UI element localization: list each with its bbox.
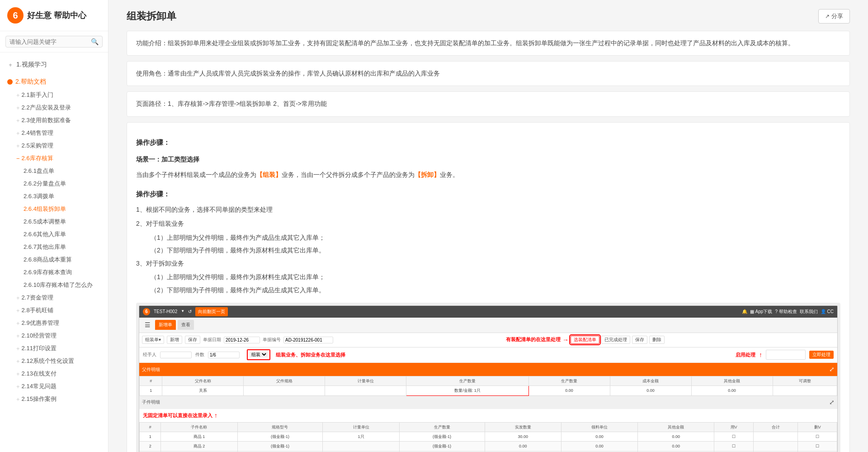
parent-header-icon: ⤢ xyxy=(829,364,835,375)
nav-section-docs: 2.帮助文档 + 2.1新手入门 + 2.2产品安装及登录 + 2.3使用前数据… xyxy=(0,73,108,407)
sidebar-toggle[interactable]: ☰ xyxy=(145,319,151,331)
parent-table-container: # 父件名称 父件规格 计量单位 生产数量 生产数量 成本金额 其他金额 可调整 xyxy=(139,376,837,395)
col-parent-cost: 成本金额 xyxy=(610,376,691,386)
qty-label: 件数 xyxy=(195,351,204,359)
logo-area: 6 好生意 帮助中心 xyxy=(0,0,108,31)
parent-table-header: 父件明细 ⤢ xyxy=(139,363,837,376)
type-select-highlighted: 组装 拆卸 xyxy=(247,349,270,360)
content-header: 组装拆卸单 ↗ 分享 xyxy=(108,0,868,31)
breadcrumb-text: 页面路径：1、库存核算->库存管理->组装拆卸单 2、首页->常用功能 xyxy=(136,100,327,107)
annotation-enable: 启用处理 xyxy=(736,351,755,360)
handler-label: 经手人 xyxy=(143,351,156,359)
sidebar-item-cases[interactable]: + 2.15操作案例 xyxy=(0,393,108,405)
sidebar-item-install[interactable]: + 2.2产品安装及登录 xyxy=(0,101,108,114)
plus-icon-install: + xyxy=(16,105,20,111)
next-btn[interactable]: 向前翻页一页 xyxy=(195,307,228,316)
sidebar-item-finance[interactable]: + 2.7资金管理 xyxy=(0,291,108,304)
share-button[interactable]: ↗ 分享 xyxy=(818,9,850,24)
btn-apply[interactable]: 立即处理 xyxy=(809,351,834,359)
btn-assemble[interactable]: 组装单▾ xyxy=(142,336,164,344)
ccol-no: # xyxy=(140,423,161,432)
sidebar-item-payment[interactable]: + 2.13在线支付 xyxy=(0,367,108,380)
main-content: 组装拆卸单 ↗ 分享 功能介绍：组装拆卸单用来处理企业组装或拆卸等加工业务，支持… xyxy=(108,0,868,452)
form-row: 经手人 件数 组装 拆卸 xyxy=(139,347,837,363)
search-box: 🔍 xyxy=(5,36,103,48)
parent-header-label: 父件明细 xyxy=(142,366,160,374)
sidebar-item-help-docs[interactable]: 2.帮助文档 xyxy=(0,75,108,89)
sidebar-item-purchase[interactable]: + 2.5采购管理 xyxy=(0,139,108,152)
sidebar-label-video: 1.视频学习 xyxy=(16,61,47,69)
assemble-keyword: 【组装】 xyxy=(256,171,282,178)
sidebar-item-2-6-1[interactable]: 2.6.1盘点单 xyxy=(0,165,108,177)
ccol-name: 子件名称 xyxy=(161,423,237,432)
sidebar-item-2-6-9[interactable]: 2.6.9库存账本查询 xyxy=(0,266,108,279)
sidebar-item-print[interactable]: + 2.11打印设置 xyxy=(0,342,108,355)
sidebar-item-2-6-10[interactable]: 2.6.10库存账本错了怎么办 xyxy=(0,279,108,291)
sidebar-item-2-6-3[interactable]: 2.6.3调拨单 xyxy=(0,190,108,203)
sidebar-item-2-6-8[interactable]: 2.6.8商品成本重算 xyxy=(0,253,108,266)
btn-save[interactable]: 保存 xyxy=(185,336,200,344)
annotation-row: 无固定清单可以直接在这里录入 ↑ xyxy=(139,409,837,422)
sidebar-item-beginner[interactable]: + 2.1新手入门 xyxy=(0,89,108,101)
sidebar-item-2-6-7[interactable]: 2.6.7其他出库单 xyxy=(0,241,108,253)
sidebar-item-inventory[interactable]: − 2.6库存核算 xyxy=(0,152,108,165)
operations-block: 操作步骤： 场景一：加工类型选择 当由多个子件材料组装成一个成品的业务为【组装】… xyxy=(127,122,850,452)
form-no-input[interactable] xyxy=(283,337,333,343)
circle-icon xyxy=(7,79,13,85)
sidebar-item-ops[interactable]: + 2.10经营管理 xyxy=(0,329,108,342)
parent-row-1: 1 关系 数量/金额: 1只 0.00 0.00 0.00 xyxy=(140,386,837,395)
sidebar-item-faq[interactable]: + 2.14常见问题 xyxy=(0,380,108,393)
ccol-actual: 实发数量 xyxy=(485,423,561,432)
child-table-container: # 子件名称 规格型号 计量单位 生产数量 实发数量 领料单位 其他金额 用V xyxy=(139,422,837,452)
tab-new-order[interactable]: 新增单 xyxy=(155,320,176,330)
ccol-unit: 计量单位 xyxy=(323,423,399,432)
btn-del[interactable]: 删除 xyxy=(649,336,665,344)
enable-input[interactable] xyxy=(770,352,802,357)
sidebar-item-mobile[interactable]: + 2.8手机旺铺 xyxy=(0,304,108,317)
child-header-label: 子件明细 xyxy=(142,398,160,406)
sidebar-item-sales[interactable]: + 2.4销售管理 xyxy=(0,127,108,139)
col-parent-other: 其他金额 xyxy=(691,376,773,386)
plus-icon-settings: + xyxy=(16,358,20,365)
sidebar-item-coupon[interactable]: + 2.9优惠券管理 xyxy=(0,317,108,329)
sidebar-item-2-6-6[interactable]: 2.6.6其他入库单 xyxy=(0,228,108,241)
plus-icon-cases: + xyxy=(16,396,20,403)
btn-select-bom[interactable]: 选装配清单 xyxy=(571,336,599,344)
refresh-icon: ↺ xyxy=(188,308,192,316)
form-date-label: 单据日期 xyxy=(203,336,221,344)
help-icon: ? 帮助检查 xyxy=(775,308,797,316)
window-tabs: ☰ 新增单 查看 xyxy=(139,318,837,333)
sidebar-item-2-6-2[interactable]: 2.6.2分量盘点单 xyxy=(0,177,108,190)
search-input[interactable] xyxy=(9,38,91,45)
logo-text: 好生意 帮助中心 xyxy=(27,10,86,21)
sidebar-item-video-learning[interactable]: + 1.视频学习 xyxy=(0,58,108,71)
sidebar-item-data-prep[interactable]: + 2.3使用前数据准备 xyxy=(0,114,108,127)
apps-icon: ▦ App下载 xyxy=(750,308,772,316)
page-title: 组装拆卸单 xyxy=(127,10,176,23)
cell-no: 1 xyxy=(140,386,162,395)
btn-new[interactable]: 新增 xyxy=(167,336,182,344)
scenario1-title: 场景一：加工类型选择 xyxy=(136,154,840,165)
form-date-input[interactable] xyxy=(224,337,260,343)
handler-input[interactable] xyxy=(160,352,192,358)
col-parent-unit: 计量单位 xyxy=(325,376,406,386)
cell-cost: 0.00 xyxy=(610,386,691,395)
col-parent-spec: 父件规格 xyxy=(244,376,325,386)
annotation-type: 组装业务、拆卸业务在这里选择 xyxy=(276,351,345,360)
type-select[interactable]: 组装 拆卸 xyxy=(250,352,268,357)
contact-icon: 联系我们 xyxy=(800,308,818,316)
btn-finalize[interactable]: 已完成处理 xyxy=(601,336,630,344)
nav-sub-list-docs: + 2.1新手入门 + 2.2产品安装及登录 + 2.3使用前数据准备 + 2.… xyxy=(0,89,108,405)
sidebar-item-settings[interactable]: + 2.12系统个性化设置 xyxy=(0,355,108,367)
col-parent-adj: 可调整 xyxy=(773,376,837,386)
screenshot-window: 6 TEST-H002 ▼ ↺ 向前翻页一页 🔔 ▦ App下载 ? 帮助检查 … xyxy=(139,305,838,452)
sidebar-item-2-6-5[interactable]: 2.6.5成本调整单 xyxy=(0,215,108,228)
btn-other[interactable]: 保存 xyxy=(632,336,647,344)
search-icon[interactable]: 🔍 xyxy=(91,38,99,45)
ccol-other: 其他金额 xyxy=(638,423,714,432)
tab-view[interactable]: 查看 xyxy=(178,320,194,330)
plus-icon-print: + xyxy=(16,345,20,352)
user-avatar: 👤 CC xyxy=(821,308,834,316)
sidebar-item-2-6-4[interactable]: 2.6.4组装拆卸单 xyxy=(0,203,108,215)
qty-input[interactable] xyxy=(208,352,240,358)
